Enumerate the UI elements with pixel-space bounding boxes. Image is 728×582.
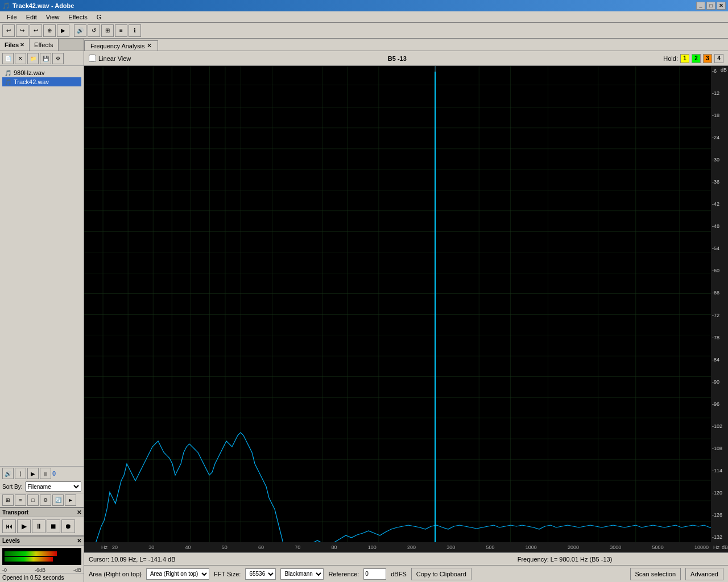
db-label--54: -54 <box>712 246 727 251</box>
levels-labels: -0 -6dB -dB <box>0 567 84 573</box>
file-item-track42[interactable]: 🎵 Track42.wav <box>2 77 81 86</box>
toolbar-btn-8[interactable]: ⊞ <box>101 24 114 37</box>
view-btn-4[interactable]: ⚙ <box>40 494 51 506</box>
db-label--96: -96 <box>712 401 727 407</box>
db-label--84: -84 <box>712 357 727 363</box>
menu-view[interactable]: View <box>42 13 64 22</box>
copy-to-clipboard-btn[interactable]: Copy to Clipboard <box>411 568 471 580</box>
title-bar-controls: _ □ ✕ <box>696 2 726 10</box>
hz-ticks: 20 30 40 50 60 70 80 100 200 300 500 100… <box>112 544 709 550</box>
sort-select[interactable]: Filename Date Size Type <box>25 481 81 492</box>
mini-counter: 0 <box>52 470 56 477</box>
freq-tab-close[interactable]: ✕ <box>147 42 152 49</box>
db-label--42: -42 <box>712 201 727 207</box>
menu-bar: File Edit View Effects G <box>0 11 728 23</box>
title-bar: 🎵 Track42.wav - Adobe _ □ ✕ <box>0 0 728 11</box>
file-folder-btn[interactable]: 📁 <box>27 53 39 64</box>
transport-label: Transport <box>2 509 28 516</box>
tab-files[interactable]: Files ✕ <box>0 39 30 51</box>
level-label-6: -6dB <box>35 567 46 573</box>
transport-stop[interactable]: ⏹ <box>47 519 60 533</box>
freq-tab-label: Frequency Analysis <box>90 43 144 49</box>
main-toolbar: ↩ ↪ ↩ ⊕ ▶ 🔊 ↺ ⊞ ≡ ℹ <box>0 23 728 39</box>
spectrum-svg <box>84 66 711 542</box>
toolbar-btn-10[interactable]: ℹ <box>129 24 141 37</box>
toolbar-btn-2[interactable]: ↪ <box>16 24 28 37</box>
transport-rew[interactable]: ⏮ <box>2 519 16 533</box>
level-bar-left <box>5 551 57 556</box>
mini-level-btn[interactable]: ||| <box>40 468 51 479</box>
reference-input[interactable] <box>363 568 386 580</box>
file-settings-btn[interactable]: ⚙ <box>52 53 64 64</box>
sort-row: Sort By: Filename Date Size Type <box>0 480 84 493</box>
toolbar-btn-5[interactable]: ▶ <box>57 24 69 37</box>
transport-pause[interactable]: ⏸ <box>32 519 46 533</box>
transport-play[interactable]: ▶ <box>17 519 31 533</box>
fft-dropdown[interactable]: 65536 32768 16384 8192 <box>245 568 276 580</box>
area-dropdown[interactable]: Area (Right on top) <box>146 568 209 580</box>
db-label--12: -12 <box>712 90 727 96</box>
tab-files-label: Files <box>5 41 19 48</box>
close-button[interactable]: ✕ <box>717 2 726 10</box>
hz-end-label: Hz <box>713 544 719 550</box>
menu-edit[interactable]: Edit <box>22 13 42 22</box>
tab-files-close[interactable]: ✕ <box>20 42 24 48</box>
toolbar-btn-7[interactable]: ↺ <box>88 24 100 37</box>
mini-play-btn[interactable]: ▶ <box>27 468 39 479</box>
hz-start-label: Hz <box>101 544 107 550</box>
db-label--72: -72 <box>712 313 727 318</box>
hold-btn-2[interactable]: 2 <box>692 54 701 63</box>
freq-bottom-controls: Area (Right on top) Area (Right on top) … <box>84 565 728 582</box>
menu-file[interactable]: File <box>2 13 22 22</box>
freq-center-label: B5 -13 <box>135 55 659 62</box>
levels-label: Levels <box>2 538 20 544</box>
linear-view-label: Linear View <box>98 55 131 62</box>
transport-close[interactable]: ✕ <box>77 509 81 516</box>
freq-analysis-tab[interactable]: Frequency Analysis ✕ <box>84 40 158 51</box>
maximize-button[interactable]: □ <box>706 2 715 10</box>
file-item-label-980hz: 980Hz.wav <box>14 69 44 76</box>
toolbar-btn-1[interactable]: ↩ <box>2 24 15 37</box>
file-remove-btn[interactable]: ✕ <box>15 53 26 64</box>
file-save-btn[interactable]: 💾 <box>40 53 51 64</box>
window-dropdown[interactable]: Blackmann Hanning Hamming <box>280 568 324 580</box>
transport-rec[interactable]: ⏺ <box>61 519 75 533</box>
level-bar-right <box>5 557 53 562</box>
transport-controls: ⏮ ▶ ⏸ ⏹ ⏺ <box>0 517 84 535</box>
toolbar-btn-6[interactable]: 🔊 <box>74 24 86 37</box>
file-new-btn[interactable]: 📄 <box>2 53 14 64</box>
menu-g[interactable]: G <box>92 13 106 22</box>
status-text: Opened in 0.52 seconds <box>2 575 64 581</box>
view-toolbar: ⊞ ≡ □ ⚙ 🔄 ► <box>0 493 84 507</box>
mini-vol-btn[interactable]: 🔊 <box>2 468 14 479</box>
linear-view-checkbox[interactable] <box>89 55 96 62</box>
file-item-980hz[interactable]: 🎵 980Hz.wav <box>2 68 81 77</box>
toolbar-btn-4[interactable]: ⊕ <box>43 24 56 37</box>
db-label--24: -24 <box>712 135 727 140</box>
fft-label: FFT Size: <box>214 571 241 577</box>
view-btn-6[interactable]: ► <box>65 494 76 506</box>
sort-label: Sort By: <box>2 484 23 490</box>
hold-label: Hold: <box>663 55 678 62</box>
view-btn-1[interactable]: ⊞ <box>2 494 14 506</box>
tab-effects[interactable]: Effects <box>30 39 58 51</box>
view-btn-2[interactable]: ≡ <box>15 494 26 506</box>
hold-btn-3[interactable]: 3 <box>703 54 712 63</box>
levels-close[interactable]: ✕ <box>77 538 81 544</box>
db-scale: -6 -12 -18 -24 -30 -36 -42 -48 -54 -60 -… <box>711 66 728 542</box>
minimize-button[interactable]: _ <box>696 2 705 10</box>
db-label--126: -126 <box>712 512 727 518</box>
view-btn-5[interactable]: 🔄 <box>52 494 64 506</box>
advanced-btn[interactable]: Advanced <box>685 568 723 580</box>
hold-btn-4[interactable]: 4 <box>714 54 723 63</box>
view-btn-3[interactable]: □ <box>27 494 39 506</box>
levels-panel: Levels ✕ -0 -6dB -dB <box>0 535 84 573</box>
linear-view-section: Linear View <box>89 55 131 62</box>
mini-rew-btn[interactable]: ⟨ <box>15 468 26 479</box>
hold-btn-1[interactable]: 1 <box>680 54 689 63</box>
scan-selection-btn[interactable]: Scan selection <box>630 568 681 580</box>
transport-header-bar: Transport ✕ <box>0 508 84 517</box>
toolbar-btn-3[interactable]: ↩ <box>30 24 42 37</box>
menu-effects[interactable]: Effects <box>64 13 92 22</box>
toolbar-btn-9[interactable]: ≡ <box>115 24 127 37</box>
